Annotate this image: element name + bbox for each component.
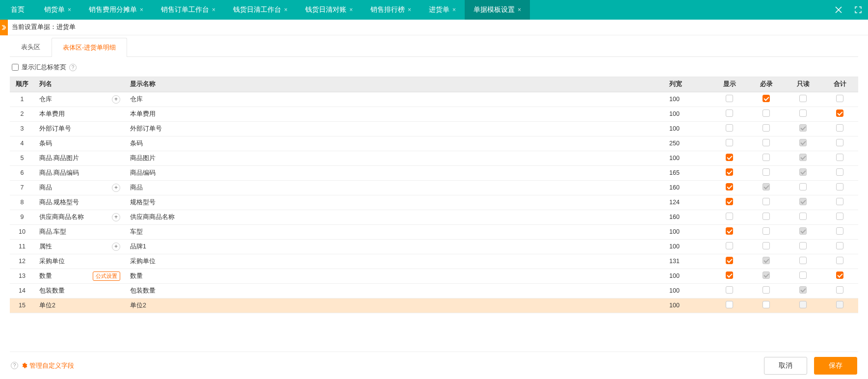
tab-钱货日清工作台[interactable]: 钱货日清工作台× (224, 0, 296, 20)
cell-width[interactable]: 124 (664, 195, 711, 210)
checkbox[interactable] (763, 139, 770, 146)
cell-display-name[interactable]: 品牌1 (125, 239, 664, 254)
cell-display-name[interactable]: 本单费用 (125, 107, 664, 121)
checkbox[interactable] (726, 139, 733, 146)
checkbox[interactable] (763, 124, 770, 132)
table-row[interactable]: 7商品+商品160 (10, 180, 858, 195)
cell-width[interactable]: 100 (664, 151, 711, 165)
tab-close-icon[interactable]: × (284, 6, 288, 13)
checkbox[interactable] (763, 95, 770, 102)
checkbox[interactable] (799, 183, 807, 190)
checkbox[interactable] (763, 154, 770, 161)
table-row[interactable]: 14包装数量包装数量100 (10, 283, 858, 298)
checkbox[interactable] (726, 257, 733, 264)
checkbox[interactable] (836, 124, 843, 132)
checkbox[interactable] (836, 198, 843, 205)
cell-display-name[interactable]: 包装数量 (125, 283, 664, 298)
table-row[interactable]: 11属性+品牌1100 (10, 239, 858, 254)
tab-close-icon[interactable]: × (408, 6, 411, 13)
checkbox[interactable] (799, 242, 807, 249)
tab-close-icon[interactable]: × (518, 6, 521, 13)
checkbox[interactable] (726, 183, 733, 190)
th-seq[interactable]: 顺序 (10, 77, 34, 92)
cell-display-name[interactable]: 车型 (125, 224, 664, 239)
cell-display-name[interactable]: 供应商商品名称 (125, 210, 664, 224)
checkbox[interactable] (836, 227, 843, 235)
tab-销售订单工作台[interactable]: 销售订单工作台× (152, 0, 224, 20)
cell-display-name[interactable]: 规格型号 (125, 195, 664, 210)
checkbox[interactable] (836, 109, 843, 117)
cell-display-name[interactable]: 单位2 (125, 298, 664, 313)
checkbox[interactable] (799, 95, 807, 102)
th-disp[interactable]: 显示名称 (125, 77, 664, 92)
th-name[interactable]: 列名 (34, 77, 125, 92)
close-all-icon[interactable] (829, 0, 848, 20)
add-icon[interactable]: + (112, 243, 120, 251)
th-sum[interactable]: 合计 (821, 77, 858, 92)
table-row[interactable]: 10商品.车型车型100 (10, 224, 858, 239)
checkbox[interactable] (799, 109, 807, 117)
cell-width[interactable]: 100 (664, 283, 711, 298)
tab-close-icon[interactable]: × (452, 6, 456, 13)
tab-home[interactable]: 首页 (0, 0, 35, 20)
checkbox[interactable] (726, 198, 733, 205)
add-icon[interactable]: + (112, 95, 120, 104)
checkbox[interactable] (799, 257, 807, 264)
tab-body-area[interactable]: 表体区-进货单明细 (52, 38, 127, 57)
fullscreen-icon[interactable] (848, 0, 868, 20)
cell-display-name[interactable]: 外部订单号 (125, 121, 664, 136)
tab-close-icon[interactable]: × (68, 6, 71, 13)
show-summary-checkbox[interactable] (12, 64, 19, 71)
cell-width[interactable]: 100 (664, 269, 711, 283)
checkbox[interactable] (726, 95, 733, 102)
cell-display-name[interactable]: 条码 (125, 136, 664, 151)
checkbox[interactable] (836, 139, 843, 146)
cell-width[interactable]: 131 (664, 254, 711, 269)
th-width[interactable]: 列宽 (664, 77, 711, 92)
cell-width[interactable]: 100 (664, 92, 711, 107)
table-row[interactable]: 4条码条码250 (10, 136, 858, 151)
checkbox[interactable] (763, 213, 770, 220)
checkbox[interactable] (763, 242, 770, 249)
cell-display-name[interactable]: 商品编码 (125, 165, 664, 180)
checkbox[interactable] (763, 109, 770, 117)
th-req[interactable]: 必录 (748, 77, 785, 92)
tab-销售费用分摊单[interactable]: 销售费用分摊单× (80, 0, 152, 20)
cell-width[interactable]: 100 (664, 239, 711, 254)
checkbox[interactable] (836, 257, 843, 264)
tab-close-icon[interactable]: × (212, 6, 215, 13)
formula-tag[interactable]: 公式设置 (93, 271, 120, 281)
checkbox[interactable] (726, 213, 733, 220)
checkbox[interactable] (836, 183, 843, 190)
cell-display-name[interactable]: 采购单位 (125, 254, 664, 269)
table-row[interactable]: 5商品.商品图片商品图片100 (10, 151, 858, 165)
checkbox[interactable] (763, 168, 770, 176)
checkbox[interactable] (763, 286, 770, 294)
save-button[interactable]: 保存 (814, 357, 857, 375)
tab-close-icon[interactable]: × (140, 6, 143, 13)
table-row[interactable]: 12采购单位采购单位131 (10, 254, 858, 269)
tab-close-icon[interactable]: × (349, 6, 353, 13)
cell-display-name[interactable]: 商品 (125, 180, 664, 195)
th-ro[interactable]: 只读 (785, 77, 821, 92)
cell-width[interactable]: 100 (664, 121, 711, 136)
manage-custom-fields-link[interactable]: 管理自定义字段 (21, 361, 74, 370)
tab-单据模板设置[interactable]: 单据模板设置× (465, 0, 530, 20)
checkbox[interactable] (726, 301, 733, 308)
cell-width[interactable]: 250 (664, 136, 711, 151)
table-row[interactable]: 15单位2单位2100 (10, 298, 858, 313)
tab-header-area[interactable]: 表头区 (10, 37, 52, 56)
footer-help-icon[interactable]: ? (11, 362, 18, 369)
checkbox[interactable] (726, 242, 733, 249)
table-row[interactable]: 1仓库+仓库100 (10, 92, 858, 107)
checkbox[interactable] (836, 286, 843, 294)
checkbox[interactable] (763, 301, 770, 308)
checkbox[interactable] (836, 168, 843, 176)
sidebar-toggle-icon[interactable] (0, 20, 8, 35)
add-icon[interactable]: + (112, 184, 120, 192)
table-row[interactable]: 8商品.规格型号规格型号124 (10, 195, 858, 210)
cell-width[interactable]: 165 (664, 165, 711, 180)
checkbox[interactable] (836, 271, 843, 279)
help-icon[interactable]: ? (69, 64, 77, 71)
checkbox[interactable] (836, 95, 843, 102)
